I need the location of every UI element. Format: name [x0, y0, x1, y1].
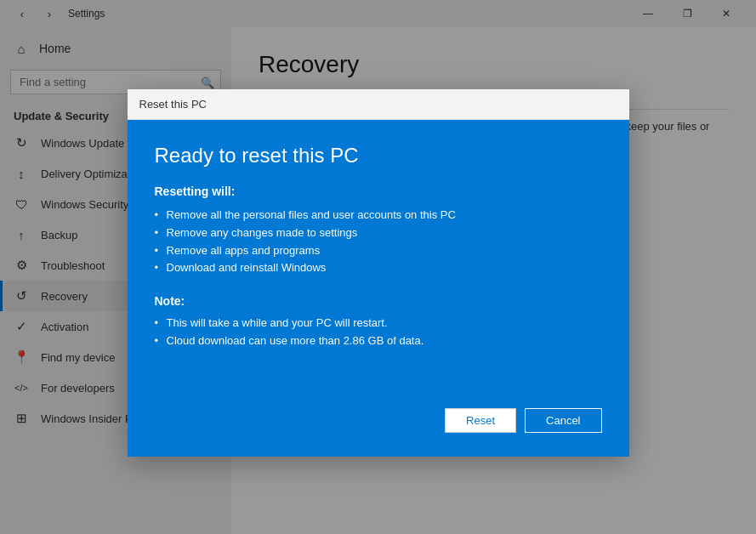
dialog-titlebar: Reset this PC [128, 89, 629, 120]
dialog-note-label: Note: [155, 294, 602, 308]
dialog-bullet-4: Download and reinstall Windows [155, 259, 602, 277]
dialog-footer: Reset Cancel [128, 395, 629, 457]
dialog-bullet-1: Remove all the personal files and user a… [155, 207, 602, 224]
dialog-note-bullets: This will take a while and your PC will … [155, 315, 602, 350]
dialog-note-bullet-1: This will take a while and your PC will … [155, 315, 602, 332]
reset-dialog: Reset this PC Ready to reset this PC Res… [128, 89, 629, 457]
reset-button[interactable]: Reset [445, 408, 516, 433]
dialog-overlay: Reset this PC Ready to reset this PC Res… [0, 0, 756, 534]
dialog-bullets-list: Remove all the personal files and user a… [155, 207, 602, 277]
dialog-note-bullet-2: Cloud download can use more than 2.86 GB… [155, 332, 602, 350]
dialog-body: Ready to reset this PC Resetting will: R… [128, 120, 629, 395]
cancel-button[interactable]: Cancel [525, 408, 601, 433]
dialog-bullet-3: Remove all apps and programs [155, 242, 602, 260]
dialog-bullet-2: Remove any changes made to settings [155, 224, 602, 242]
dialog-main-title: Ready to reset this PC [155, 144, 602, 168]
dialog-resetting-will-label: Resetting will: [155, 185, 602, 198]
